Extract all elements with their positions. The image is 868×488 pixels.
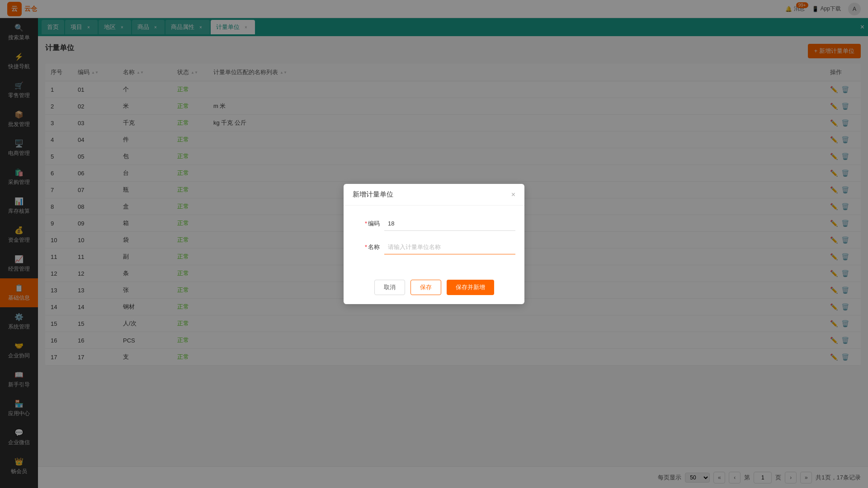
add-unit-modal: 新增计量单位 × 编码 名称 取消 保存 保存并新增 bbox=[344, 184, 524, 304]
form-row-code: 编码 bbox=[353, 216, 515, 231]
name-input[interactable] bbox=[384, 240, 515, 254]
modal-title: 新增计量单位 bbox=[353, 190, 393, 199]
modal-body: 编码 名称 bbox=[344, 206, 524, 274]
save-and-new-button[interactable]: 保存并新增 bbox=[447, 280, 494, 295]
save-button[interactable]: 保存 bbox=[410, 280, 441, 295]
modal-header: 新增计量单位 × bbox=[344, 184, 524, 206]
code-input[interactable] bbox=[384, 216, 515, 231]
code-label: 编码 bbox=[353, 220, 380, 228]
cancel-button[interactable]: 取消 bbox=[374, 280, 405, 295]
modal-footer: 取消 保存 保存并新增 bbox=[344, 274, 524, 304]
modal-close-button[interactable]: × bbox=[511, 191, 515, 199]
modal-overlay: 新增计量单位 × 编码 名称 取消 保存 保存并新增 bbox=[0, 0, 868, 488]
name-label: 名称 bbox=[353, 243, 380, 251]
form-row-name: 名称 bbox=[353, 240, 515, 254]
